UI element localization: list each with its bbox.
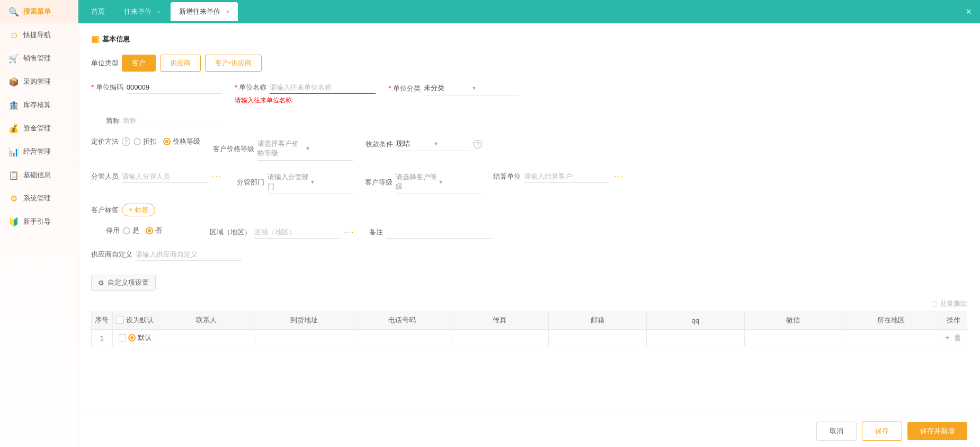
customer-level-select[interactable]: 请选择客户等级 ▾ [396,170,480,194]
tab-partners-close[interactable]: × [157,8,160,15]
cell-address[interactable] [255,330,353,346]
cell-phone[interactable] [353,330,451,346]
pricing-help-icon[interactable]: ? [122,137,130,146]
customer-price-select[interactable]: 请选择客户价格等级 ▾ [257,137,353,161]
unit-category-select[interactable]: 未分类 ▾ [424,81,519,95]
yes-label: 是 [132,226,139,235]
disable-yes-radio[interactable]: 是 [123,226,139,235]
cell-contact[interactable] [157,330,255,346]
cell-region[interactable] [842,330,940,346]
col-email: 邮箱 [549,311,647,330]
payment-select[interactable]: 现结 ▾ [396,137,470,151]
unit-code-field: * 单位编码 [91,81,222,94]
close-all-tabs[interactable]: × [961,6,976,17]
payment-value: 现结 [396,139,432,148]
main-area: 首页 往来单位 × 新增往来单位 × × ▣ 基本信息 单位类型 客户 供应商 [78,0,980,447]
sidebar-item-quick-nav[interactable]: ⊙ 快捷导航 [0,23,78,47]
default-label: 默认 [138,333,152,343]
unit-name-input[interactable] [270,81,376,94]
disable-radio-group: 是 否 [123,226,162,235]
pricing-grade-radio[interactable]: 价格等级 [163,137,200,146]
settlement-input[interactable] [524,170,609,183]
region-input[interactable] [254,226,339,239]
sidebar: 🔍 搜索菜单 ⊙ 快捷导航 🛒 销售管理 📦 采购管理 🏦 库存核算 💰 资金管… [0,0,78,447]
cell-email[interactable] [549,330,647,346]
pricing-label: 定价方法 [91,137,119,146]
unit-type-field: 单位类型 客户 供应商 客户/供应商 [91,55,262,72]
department-label: 分管部门 [237,178,264,187]
unit-btn-both[interactable]: 客户/供应商 [205,55,262,72]
custom-settings-button[interactable]: ⚙ 自定义项设置 [91,275,156,291]
unit-code-input[interactable] [127,81,222,94]
sidebar-item-purchase[interactable]: 📦 采购管理 [0,70,78,93]
sidebar-item-inventory[interactable]: 🏦 库存核算 [0,93,78,117]
add-row-btn[interactable]: + [944,333,951,343]
fax-input[interactable] [455,334,546,342]
col-qq: qq [646,311,744,330]
cell-qq[interactable] [646,330,744,346]
pricing-field: 定价方法 ? 折扣 价格等级 [91,137,200,146]
sidebar-item-sales[interactable]: 🛒 销售管理 [0,47,78,70]
batch-delete-label[interactable]: 批量删除 [940,299,967,309]
add-tag-button[interactable]: + 标签 [122,204,155,216]
unit-type-row: 单位类型 客户 供应商 客户/供应商 [91,55,967,72]
address-input[interactable] [259,334,350,342]
col-seq: 序号 [92,311,113,330]
pricing-discount-radio[interactable]: 折扣 [133,137,157,146]
sidebar-item-system[interactable]: ⚙ 系统管理 [0,187,78,210]
tab-add-partner-close[interactable]: × [226,8,229,15]
tab-add-partner[interactable]: 新增往来单位 × [171,2,237,21]
settlement-dots-btn[interactable]: ··· [612,172,626,181]
chevron-down-icon: ▾ [473,84,519,92]
sidebar-item-operations[interactable]: 📊 经营管理 [0,140,78,163]
department-select[interactable]: 请输入分管部门 ▾ [268,170,352,194]
section-header: ▣ 基本信息 [91,34,967,44]
supplier-custom-input[interactable] [136,248,242,261]
chevron-down-icon2: ▾ [306,145,353,152]
contact-input[interactable] [161,334,252,342]
col-phone: 电话号码 [353,311,451,330]
cell-wechat[interactable] [744,330,842,346]
row-checkbox[interactable] [119,334,126,341]
section-title: 基本信息 [102,34,130,44]
qq-input[interactable] [650,334,741,342]
table-row: 1 默认 [92,330,967,346]
disable-region-row: 停用 是 否 区域（地区） ··· 备注 [91,226,967,239]
unit-btn-supplier[interactable]: 供应商 [160,55,201,72]
cancel-button[interactable]: 取消 [816,422,857,441]
row-region-input[interactable] [845,334,937,342]
batch-delete-area: ☐ 批量删除 [91,299,967,309]
disable-label: 停用 [106,226,120,235]
tab-home[interactable]: 首页 [83,2,113,21]
manager-input[interactable] [122,170,207,183]
cell-fax[interactable] [451,330,549,346]
payment-help-icon[interactable]: ? [474,140,482,148]
save-button[interactable]: 保存 [862,422,902,441]
unit-btn-customer[interactable]: 客户 [122,55,156,72]
tags-row: 客户标签 + 标签 [91,204,967,216]
unit-type-label: 单位类型 [91,58,119,68]
save-new-button[interactable]: 保存并新增 [907,422,967,440]
disable-no-radio[interactable]: 否 [146,226,162,235]
region-dots-btn[interactable]: ··· [342,227,357,237]
tab-partners[interactable]: 往来单位 × [115,2,168,21]
customer-level-label: 客户等级 [365,178,393,187]
unit-name-error: 请输入往来单位名称 [235,96,292,105]
email-input[interactable] [552,334,643,342]
sidebar-item-guide[interactable]: 🔰 新手引导 [0,210,78,233]
sidebar-item-search[interactable]: 🔍 搜索菜单 [0,0,78,23]
default-radio[interactable]: 默认 [128,333,152,343]
header-checkbox[interactable] [117,317,124,324]
sidebar-item-finance[interactable]: 💰 资金管理 [0,117,78,140]
sidebar-quick-nav-label: 快捷导航 [23,30,51,40]
sidebar-search-label: 搜索菜单 [23,7,51,16]
delete-row-btn[interactable]: 🗑 [952,333,963,343]
customer-level-field: 客户等级 请选择客户等级 ▾ [365,170,480,194]
sidebar-item-basic[interactable]: 📋 基础信息 [0,163,78,187]
abbr-input[interactable] [123,115,218,127]
wechat-input[interactable] [748,334,839,342]
phone-input[interactable] [357,334,448,342]
unit-code-name-row: * 单位编码 * 单位名称 请输入往来单位名称 * 单位分类 未分类 ▾ [91,81,967,105]
remark-input[interactable] [386,226,492,239]
manager-dots-btn[interactable]: ··· [210,172,224,181]
